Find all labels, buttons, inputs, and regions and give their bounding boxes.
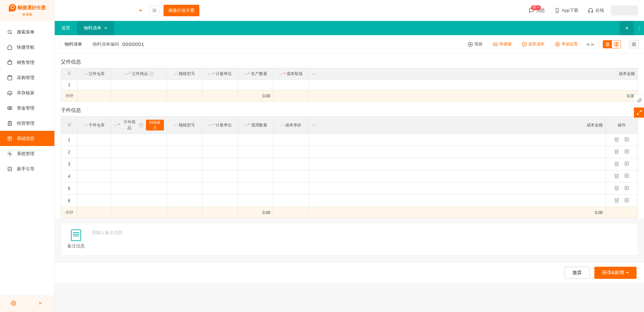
sidebar-item-label: 销售管理	[17, 59, 34, 66]
delete-icon[interactable]	[614, 185, 619, 192]
save-and-new-button[interactable]: 保存&新增	[594, 267, 637, 279]
delete-icon[interactable]	[614, 161, 619, 167]
add-icon[interactable]	[624, 173, 629, 179]
money-icon	[7, 105, 13, 111]
delete-icon[interactable]	[614, 137, 619, 143]
table-row[interactable]: 2	[61, 146, 638, 158]
table-row[interactable]: 1	[61, 80, 638, 90]
table-row[interactable]: 3	[61, 158, 638, 170]
close-icon[interactable]: ✕	[104, 26, 107, 30]
online-support-link[interactable]: 在线	[585, 7, 607, 14]
tool-shortcut[interactable]: 快捷键	[491, 41, 514, 47]
svg-rect-29	[606, 45, 610, 46]
parent-th-qty[interactable]: ▲▼*生产数量	[238, 68, 273, 80]
view-grid-icon[interactable]	[629, 41, 638, 48]
tab-home[interactable]: 首页	[55, 21, 77, 35]
sidebar-item-bag[interactable]: 采购管理	[0, 70, 54, 85]
sidebar-item-home[interactable]: 快捷导航	[0, 40, 54, 55]
brand-logo-area: 畅捷通好生意 标准版	[0, 0, 54, 21]
page-tab-bom[interactable]: 物料清单	[60, 39, 86, 50]
add-icon[interactable]	[624, 161, 629, 167]
promo-button[interactable]: 体验行业方案	[164, 5, 199, 16]
delete-icon[interactable]	[614, 197, 619, 204]
svg-rect-24	[523, 42, 526, 46]
sidebar-item-grid[interactable]: 基础信息	[0, 131, 54, 146]
sidebar-item-label: 资金管理	[17, 105, 34, 111]
table-row[interactable]: 6	[61, 195, 638, 207]
sidebar-item-label: 新手引导	[17, 166, 34, 172]
view-detail-icon[interactable]	[612, 41, 621, 48]
online-label: 在线	[595, 7, 604, 14]
svg-rect-28	[606, 44, 610, 45]
help-icon[interactable]: ?	[149, 72, 154, 76]
app-download-link[interactable]: App下载	[552, 7, 581, 14]
sidebar-item-guide[interactable]: 新手引导	[0, 161, 54, 176]
child-th-gear[interactable]	[61, 117, 77, 134]
child-th-product[interactable]: ▲▼*子件商品?扫码录入	[111, 117, 167, 134]
add-icon[interactable]	[624, 149, 629, 155]
sidebar-item-gear[interactable]: 系统管理	[0, 146, 54, 161]
remarks-input[interactable]	[92, 230, 631, 246]
delete-icon[interactable]	[614, 173, 619, 179]
parent-th-cost-basis[interactable]: ▲▼*成本取值	[273, 68, 309, 80]
scan-tag[interactable]: 扫码录入	[146, 120, 164, 130]
settings-icon[interactable]	[11, 301, 16, 307]
child-th-unit[interactable]: ▲▼*计量单位	[202, 117, 238, 134]
expand-icon[interactable]	[634, 107, 644, 118]
parent-th-product[interactable]: ▲▼*父件商品?	[111, 68, 167, 80]
child-th-spec[interactable]: ▲▼规格型号	[167, 117, 202, 134]
tabstrip-more[interactable]: ⋮	[634, 21, 644, 35]
sidebar-item-shop[interactable]: 销售管理	[0, 55, 54, 70]
table-row[interactable]: 1	[61, 134, 638, 146]
child-table: ▲▼子件仓库 ▲▼*子件商品?扫码录入 ▲▼规格型号 ▲▼*计量单位 ▲▼*需用…	[61, 116, 638, 218]
topbar-settings-button[interactable]	[149, 5, 159, 16]
svg-marker-21	[470, 43, 471, 45]
parent-th-gear[interactable]	[61, 68, 77, 80]
sidebar-item-doc[interactable]: 经营管理	[0, 116, 54, 131]
attachment-icon[interactable]	[634, 95, 644, 105]
sidebar: 畅捷通好生意 标准版 搜索菜单快捷导航销售管理采购管理库存核算资金管理经营管理基…	[0, 0, 55, 312]
view-list-icon[interactable]	[603, 41, 612, 48]
tool-extract-cost[interactable]: 提取成本	[520, 41, 547, 47]
table-row[interactable]: 4	[61, 170, 638, 183]
svg-point-26	[555, 42, 560, 46]
child-th-qty[interactable]: ▲▼*需用数量	[238, 117, 273, 134]
help-icon[interactable]: ?	[139, 123, 143, 127]
add-icon[interactable]	[624, 197, 629, 204]
user-avatar[interactable]	[611, 5, 638, 16]
page-bar: 物料清单 物料清单编码 0000001 视频 快捷键 提取成本 单据设置 ◀ ▶	[55, 35, 644, 53]
child-th-cost-amount[interactable]: ▲▼成本金额	[309, 117, 606, 134]
messages-link[interactable]: 消息 99 +	[526, 7, 548, 14]
svg-point-37	[69, 124, 70, 125]
table-row[interactable]: 5	[61, 183, 638, 195]
tool-video[interactable]: 视频	[466, 41, 485, 47]
tabstrip-close-all[interactable]: ✕	[620, 21, 634, 35]
parent-title: 父件信息	[61, 59, 638, 65]
child-th-warehouse[interactable]: ▲▼子件仓库	[77, 117, 111, 134]
parent-th-unit[interactable]: ▲▼*计量单位	[202, 68, 238, 80]
nav-prev-icon[interactable]: ◀	[586, 42, 589, 47]
code-label: 物料清单编码	[93, 41, 119, 47]
delete-icon[interactable]	[614, 149, 619, 155]
parent-th-warehouse[interactable]: ▲▼父件仓库	[77, 68, 111, 80]
parent-th-spec[interactable]: ▲▼规格型号	[167, 68, 202, 80]
discard-button[interactable]: 放弃	[565, 267, 590, 279]
sidebar-item-stock[interactable]: 库存核算	[0, 85, 54, 100]
child-th-unit-cost[interactable]: ▲▼成本单价	[273, 117, 309, 134]
parent-th-cost-amount[interactable]: ▲▼成本金额	[309, 68, 638, 80]
remarks-panel: 备注信息	[61, 223, 638, 256]
org-selector[interactable]	[61, 5, 145, 16]
add-icon[interactable]	[624, 185, 629, 192]
brand-logo-icon	[9, 4, 16, 11]
add-icon[interactable]	[624, 137, 629, 143]
tab-bom[interactable]: 物料清单 ✕	[77, 21, 114, 35]
svg-point-36	[69, 73, 70, 74]
sidebar-item-label: 基础信息	[17, 136, 34, 142]
tool-doc-setting[interactable]: 单据设置	[553, 41, 580, 47]
sidebar-item-search[interactable]: 搜索菜单	[0, 24, 54, 40]
svg-rect-18	[556, 8, 559, 13]
remarks-label: 备注信息	[67, 243, 85, 249]
sidebar-item-money[interactable]: 资金管理	[0, 100, 54, 116]
nav-next-icon[interactable]: ▶	[591, 42, 595, 47]
collapse-icon[interactable]	[38, 301, 44, 307]
